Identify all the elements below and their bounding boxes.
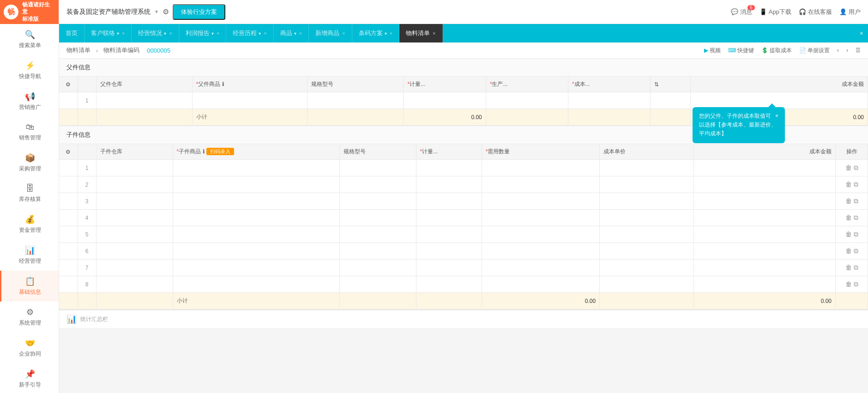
user-icon: 👤 — [839, 8, 847, 15]
child-r2-unit[interactable] — [416, 176, 482, 193]
tab-customer-close[interactable]: × — [122, 30, 125, 36]
tab-history[interactable]: 经营历程 ▾ × — [226, 24, 273, 42]
child-r1-product[interactable] — [173, 160, 339, 176]
th-parent-production: *生产... — [486, 77, 568, 92]
child-r2-warehouse[interactable] — [96, 176, 173, 193]
online-service-button[interactable]: 🎧 在线客服 — [799, 8, 832, 16]
view-action[interactable]: ▶ 视频 — [704, 47, 721, 54]
child-r8-copy[interactable]: ⧉ — [854, 280, 858, 288]
child-r1-copy[interactable]: ⧉ — [854, 164, 858, 172]
shortcut-action[interactable]: ⌨ 快捷键 — [728, 47, 754, 54]
tooltip-close[interactable]: × — [775, 112, 778, 121]
sidebar-item-collab[interactable]: 🤝 企业协同 — [0, 333, 59, 363]
close-all-tabs[interactable]: × — [855, 30, 868, 37]
child-r2-delete[interactable]: 🗑 — [845, 181, 852, 188]
tab-bom-close[interactable]: × — [433, 30, 435, 36]
child-r2-unit-cost[interactable] — [600, 176, 694, 193]
scan-button[interactable]: 扫码录入 — [206, 148, 234, 155]
child-r5-num: 5 — [78, 226, 96, 243]
tab-newgoods-close[interactable]: × — [342, 30, 345, 36]
parent-row-1-settings — [59, 92, 78, 109]
child-r2-spec[interactable] — [339, 176, 416, 193]
tab-history-arrow: ▾ — [259, 31, 261, 36]
child-r6-delete[interactable]: 🗑 — [845, 247, 852, 255]
user-menu[interactable]: 👤 用户 — [839, 8, 861, 16]
tab-goods-close[interactable]: × — [299, 30, 302, 36]
th-settings[interactable]: ⚙ — [59, 77, 78, 92]
tab-ops-close[interactable]: × — [169, 30, 172, 36]
child-r7-delete[interactable]: 🗑 — [845, 264, 852, 272]
child-r1-unit[interactable] — [416, 160, 482, 176]
child-r4-copy[interactable]: ⧉ — [854, 214, 858, 222]
child-r3-delete[interactable]: 🗑 — [845, 197, 852, 205]
tab-customer[interactable]: 客户联络 ▾ × — [84, 24, 132, 42]
child-r2-qty[interactable] — [482, 176, 599, 193]
parent-row-1-unit[interactable] — [404, 92, 486, 109]
extract-cost-action[interactable]: 💲 提取成本 — [761, 47, 792, 54]
child-th-unit: *计量... — [416, 144, 482, 160]
tab-history-close[interactable]: × — [264, 30, 266, 36]
child-subtotal-label: 小计 — [173, 293, 339, 309]
logo-text: 畅通诸好生意 标准版 — [22, 1, 55, 23]
sidebar-item-quicknav[interactable]: ⚡ 快捷导航 — [0, 55, 59, 86]
parent-row-1-production[interactable] — [486, 92, 568, 109]
child-row-1: 1 🗑 — [59, 160, 868, 176]
trial-button[interactable]: 体验行业方案 — [173, 4, 225, 20]
tab-operations-status[interactable]: 经营情况 ▾ × — [132, 24, 179, 42]
child-th-settings[interactable]: ⚙ — [59, 144, 78, 160]
tab-bom[interactable]: 物料清单 × — [399, 24, 442, 42]
tab-new-goods[interactable]: 新增商品 × — [309, 24, 352, 42]
subtotal-empty-7 — [651, 109, 690, 126]
nav-next[interactable]: › — [846, 47, 848, 54]
tab-goods[interactable]: 商品 ▾ × — [274, 24, 309, 42]
message-button[interactable]: 💬 消息 6 — [731, 8, 752, 16]
sidebar-item-basicinfo[interactable]: 📋 基础信息 — [0, 271, 59, 302]
sidebar-item-guide[interactable]: 📌 新手引导 — [0, 363, 59, 393]
sidebar-item-purchase[interactable]: 📦 采购管理 — [0, 147, 59, 178]
nav-prev[interactable]: ‹ — [837, 47, 839, 54]
child-r2-copy[interactable]: ⧉ — [854, 181, 858, 188]
child-r6-copy[interactable]: ⧉ — [854, 247, 858, 255]
th-sort: ⇅ — [651, 77, 690, 92]
breadcrumb: 物料清单 › 物料清单编码 0000005 — [66, 46, 170, 54]
child-r1-warehouse[interactable] — [96, 160, 173, 176]
tab-profit[interactable]: 利润报告 ▾ × — [179, 24, 226, 42]
child-th-amount: 成本金额 — [694, 144, 836, 160]
settings-icon[interactable]: ⚙ — [163, 7, 169, 16]
sidebar-item-system[interactable]: ⚙ 系统管理 — [0, 302, 59, 333]
child-r2-product[interactable] — [173, 176, 339, 193]
child-r8-delete[interactable]: 🗑 — [845, 280, 852, 288]
child-r1-delete[interactable]: 🗑 — [845, 164, 852, 172]
subtotal-empty-5 — [486, 109, 568, 126]
child-r3-copy[interactable]: ⧉ — [854, 197, 858, 205]
subtotal-empty-3 — [96, 109, 192, 126]
sidebar-item-sales[interactable]: 🛍 销售管理 — [0, 117, 59, 147]
tab-barcode[interactable]: 条码方案 ▾ × — [352, 24, 399, 42]
nav-tabs: 首页 客户联络 ▾ × 经营情况 ▾ × 利润报告 ▾ × 经营历程 ▾ × 商… — [59, 24, 868, 42]
parent-row-1-warehouse[interactable] — [96, 92, 192, 109]
grid-view[interactable]: ☰ — [856, 47, 861, 54]
app-download-button[interactable]: 📱 App下载 — [760, 8, 791, 16]
parent-row-1-num: 1 — [78, 92, 96, 109]
single-setting-action[interactable]: 📄 单据设置 — [799, 47, 830, 54]
system-title-arrow[interactable]: ▼ — [154, 9, 159, 14]
sidebar-item-search[interactable]: 🔍 搜索菜单 — [0, 24, 59, 55]
tab-profit-close[interactable]: × — [217, 30, 219, 36]
parent-row-1-cost[interactable] — [568, 92, 651, 109]
sidebar-item-inventory[interactable]: 🗄 库存核算 — [0, 178, 59, 209]
child-r5-delete[interactable]: 🗑 — [845, 230, 852, 238]
tab-barcode-close[interactable]: × — [390, 30, 392, 36]
sidebar-item-finance[interactable]: 💰 资金管理 — [0, 209, 59, 240]
child-r1-unit-cost[interactable] — [600, 160, 694, 176]
child-r1-spec[interactable] — [339, 160, 416, 176]
sidebar-item-operations[interactable]: 📊 经营管理 — [0, 240, 59, 271]
sidebar-item-marketing[interactable]: 📢 营销推广 — [0, 86, 59, 117]
finance-icon: 💰 — [25, 214, 35, 224]
child-r5-copy[interactable]: ⧉ — [854, 230, 858, 238]
tab-home[interactable]: 首页 — [59, 24, 84, 42]
child-r4-delete[interactable]: 🗑 — [845, 214, 852, 222]
child-r7-copy[interactable]: ⧉ — [854, 264, 858, 272]
parent-row-1-spec[interactable] — [307, 92, 404, 109]
parent-row-1-product[interactable] — [192, 92, 307, 109]
child-r1-qty[interactable] — [482, 160, 599, 176]
